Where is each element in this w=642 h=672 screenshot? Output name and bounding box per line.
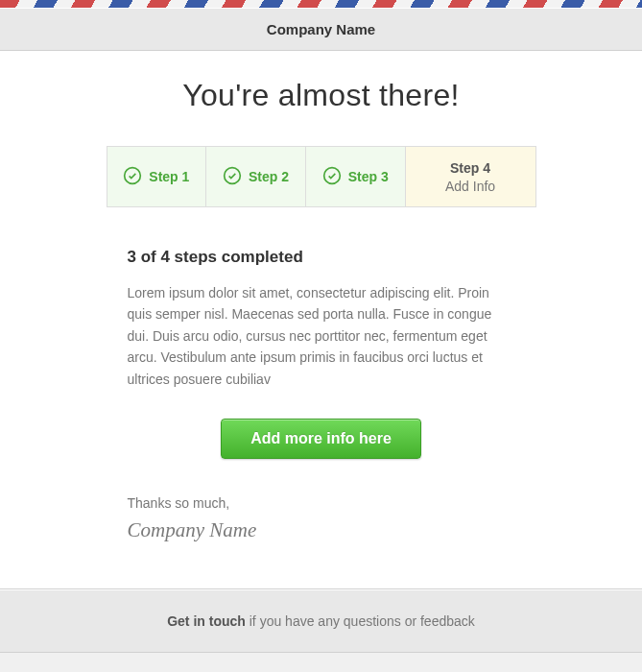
footer-touch: Get in touch if you have any questions o…: [0, 589, 642, 653]
footer-links: Contact Us | Facebook | Twitter | Suppor…: [0, 653, 642, 672]
step-2: Step 2: [206, 146, 306, 207]
step-4-active: Step 4 Add Info: [406, 146, 536, 207]
check-icon: [322, 166, 342, 188]
company-name: Company Name: [267, 21, 375, 37]
company-bar: Company Name: [0, 8, 642, 51]
step-label: Step 1: [149, 169, 189, 184]
progress-body: Lorem ipsum dolor sit amet, consectetur …: [128, 282, 515, 390]
closing-signature: Company Name: [128, 518, 515, 542]
airmail-stripe: [0, 0, 642, 8]
check-icon: [123, 166, 142, 188]
step-3: Step 3: [306, 146, 406, 207]
add-info-button[interactable]: Add more info here: [221, 419, 421, 459]
svg-point-1: [225, 167, 241, 183]
step-label: Step 2: [249, 169, 289, 184]
svg-point-2: [323, 167, 340, 183]
page-headline: You're almost there!: [0, 78, 642, 113]
check-icon: [223, 166, 242, 188]
cta-wrap: Add more info here: [128, 419, 515, 459]
footer-touch-bold: Get in touch: [167, 613, 246, 629]
closing-thanks: Thanks so much,: [128, 495, 515, 511]
progress-title: 3 of 4 steps completed: [128, 248, 515, 267]
step-title: Step 4: [450, 160, 490, 176]
page-body: You're almost there! Step 1 Step 2 Step …: [0, 51, 642, 589]
svg-point-0: [125, 167, 141, 183]
content-block: 3 of 4 steps completed Lorem ipsum dolor…: [128, 248, 515, 542]
steps-tracker: Step 1 Step 2 Step 3 Step 4 Add Info: [107, 146, 536, 207]
step-1: Step 1: [107, 146, 207, 207]
step-subtitle: Add Info: [445, 179, 495, 194]
footer-touch-rest: if you have any questions or feedback: [246, 613, 475, 629]
step-label: Step 3: [348, 169, 389, 184]
